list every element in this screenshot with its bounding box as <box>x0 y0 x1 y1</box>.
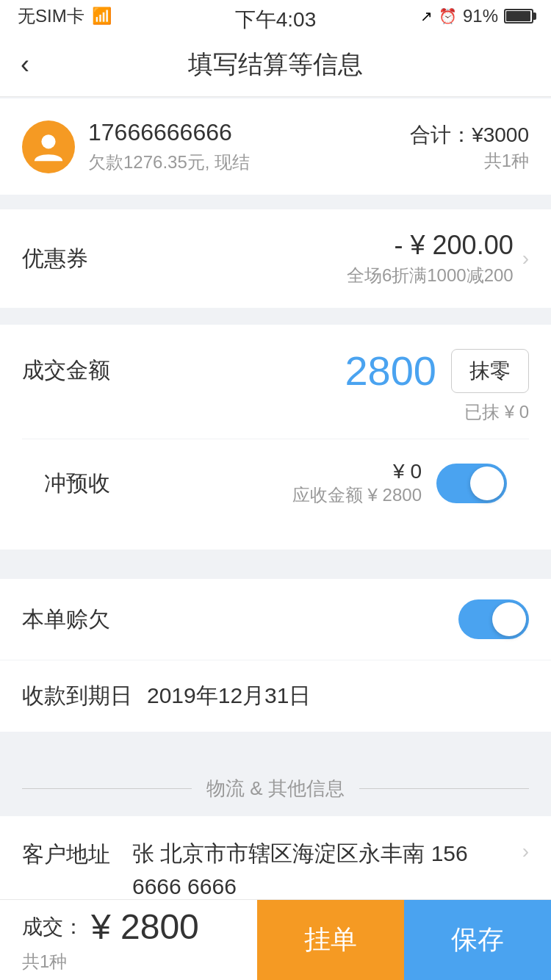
customer-debt: 欠款1276.35元, 现结 <box>88 151 250 174</box>
section-divider-2 <box>0 309 551 323</box>
prepay-value-col: ¥ 0 应收金额 ¥ 2800 <box>292 460 422 507</box>
due-date-label: 收款到期日 <box>22 681 132 711</box>
logistics-title: 物流 & 其他信息 <box>206 776 345 801</box>
logistics-line-right <box>359 788 529 789</box>
hold-button[interactable]: 挂单 <box>257 900 404 981</box>
customer-card: 17666666666 欠款1276.35元, 现结 合计：¥3000 共1种 <box>0 98 551 195</box>
coupon-detail: - ¥ 200.00 全场6折满1000减200 <box>347 230 514 287</box>
amount-value: 2800 <box>345 347 436 394</box>
bottom-left: 成交： ¥ 2800 共1种 <box>0 907 257 973</box>
prepay-receivable: 应收金额 ¥ 2800 <box>292 483 422 507</box>
bottom-total-label: 成交： <box>22 913 84 941</box>
coupon-row[interactable]: 优惠券 - ¥ 200.00 全场6折满1000减200 › <box>0 209 551 309</box>
chevron-right-icon: › <box>522 247 529 270</box>
prepay-toggle[interactable] <box>436 464 507 503</box>
bottom-total-value: ¥ 2800 <box>91 907 199 947</box>
amount-right: 2800 抹零 <box>345 347 529 394</box>
battery-text: 91% <box>463 6 498 26</box>
customer-phone: 17666666666 <box>88 119 250 146</box>
bottom-total-row: 成交： ¥ 2800 <box>22 907 235 947</box>
customer-total: 合计：¥3000 <box>410 121 529 149</box>
section-divider-1 <box>0 195 551 209</box>
debt-section: 本单赊欠 <box>0 579 551 660</box>
section-divider-3 <box>0 550 551 564</box>
logistics-header: 物流 & 其他信息 <box>0 761 551 816</box>
amount-row: 成交金额 2800 抹零 <box>22 347 529 394</box>
debt-label: 本单赊欠 <box>22 605 110 635</box>
status-time: 下午4:03 <box>235 6 317 34</box>
prepay-right: ¥ 0 应收金额 ¥ 2800 <box>292 460 507 507</box>
amount-sub: 已抹 ¥ 0 <box>22 400 529 424</box>
nav-bar: ‹ 填写结算等信息 <box>0 32 551 97</box>
page-title: 填写结算等信息 <box>188 48 363 82</box>
coupon-desc: 全场6折满1000减200 <box>347 264 514 287</box>
round-button[interactable]: 抹零 <box>451 349 529 393</box>
bottom-bar: 成交： ¥ 2800 共1种 挂单 保存 <box>0 899 551 980</box>
customer-right: 合计：¥3000 共1种 <box>410 121 529 173</box>
coupon-discount: - ¥ 200.00 <box>395 230 514 261</box>
back-button[interactable]: ‹ <box>21 49 29 80</box>
alarm-icon: ⏰ <box>439 7 457 25</box>
amount-section: 成交金额 2800 抹零 已抹 ¥ 0 冲预收 ¥ 0 应收金额 ¥ 2800 <box>0 325 551 550</box>
prepay-label: 冲预收 <box>44 469 110 499</box>
save-button[interactable]: 保存 <box>404 900 551 981</box>
toggle-knob <box>470 466 504 500</box>
avatar <box>22 120 75 173</box>
status-bar: 无SIM卡 📶 下午4:03 ↗ ⏰ 91% <box>0 0 551 32</box>
wifi-icon: 📶 <box>92 7 112 26</box>
address-value: 张 北京市市辖区海淀区永丰南 156 6666 6666 <box>132 837 515 903</box>
status-left: 无SIM卡 📶 <box>18 4 112 28</box>
prepay-value: ¥ 0 <box>292 460 422 483</box>
prepay-row: 冲预收 ¥ 0 应收金额 ¥ 2800 <box>22 439 529 527</box>
customer-left: 17666666666 欠款1276.35元, 现结 <box>22 119 250 174</box>
customer-count: 共1种 <box>410 149 529 173</box>
debt-toggle[interactable] <box>458 599 529 639</box>
carrier-text: 无SIM卡 <box>18 4 84 28</box>
location-icon: ↗ <box>420 7 433 25</box>
logistics-line-left <box>22 788 192 789</box>
bottom-count: 共1种 <box>22 950 235 973</box>
due-date-section: 收款到期日 2019年12月31日 <box>0 660 551 732</box>
customer-info: 17666666666 欠款1276.35元, 现结 <box>88 119 250 174</box>
section-divider-4 <box>0 739 551 761</box>
coupon-right: - ¥ 200.00 全场6折满1000减200 › <box>347 230 529 287</box>
amount-label: 成交金额 <box>22 356 110 386</box>
status-right: ↗ ⏰ 91% <box>420 6 533 26</box>
address-label: 客户地址 <box>22 840 110 870</box>
debt-toggle-knob <box>492 602 526 636</box>
svg-point-0 <box>41 134 55 148</box>
due-date-row: 收款到期日 2019年12月31日 <box>22 681 529 711</box>
address-chevron-icon: › <box>522 840 529 863</box>
due-date-value: 2019年12月31日 <box>147 681 311 711</box>
battery-icon <box>504 9 533 24</box>
coupon-label: 优惠券 <box>22 244 88 274</box>
